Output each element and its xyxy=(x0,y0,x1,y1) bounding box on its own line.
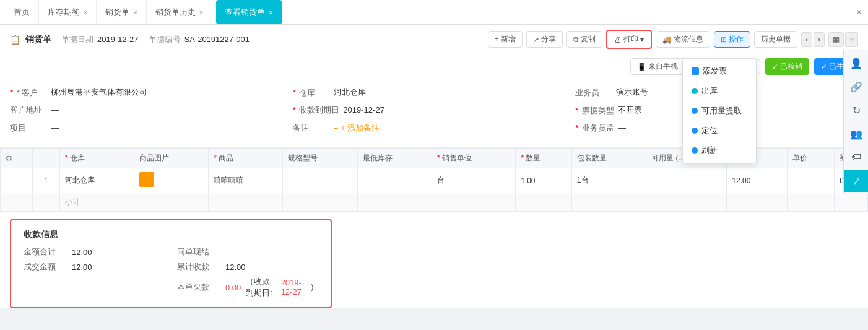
col-warehouse: * 仓库 xyxy=(59,149,134,168)
tab-inventory-open[interactable]: 库存期初 × xyxy=(39,0,97,24)
payment-date-value[interactable]: 2019-12-27 xyxy=(343,105,417,115)
cumulative-row: 累计收款 12.00 xyxy=(177,261,318,272)
cell-sales-unit: 台 xyxy=(432,168,516,193)
dropdown-warehouse-out[interactable]: 出库 xyxy=(683,81,756,101)
dropdown-refresh[interactable]: 刷新 xyxy=(683,141,756,160)
doc-date-meta: 单据日期 2019-12-27 xyxy=(61,34,139,45)
col-pack-qty: 包装数量 xyxy=(571,149,646,168)
date-value: 2019-12-27 xyxy=(97,35,139,44)
cell-quantity: 1.00 xyxy=(516,168,572,193)
payment-info-box: 收款信息 金额合计 12.00 同单现结 — 成交金额 12.00 累计收款 1… xyxy=(10,219,332,308)
cumulative-label: 累计收款 xyxy=(177,261,220,272)
cell-seq: 1 xyxy=(32,168,59,193)
col-sales-unit: * 销售单位 xyxy=(432,149,516,168)
print-icon: 🖨 xyxy=(614,35,622,44)
prev-button[interactable]: ‹ xyxy=(801,32,812,47)
cell-available xyxy=(646,168,727,193)
doc-title-area: 📋 销货单 xyxy=(10,34,51,45)
dropdown-locate[interactable]: 定位 xyxy=(683,121,756,141)
tab-sales-history[interactable]: 销货单历史 × xyxy=(147,0,212,24)
sidebar-link-icon[interactable]: 🔗 xyxy=(844,76,868,98)
refresh-icon xyxy=(692,147,698,154)
add-note-button[interactable]: + + 添加备注 xyxy=(334,123,380,134)
same-order-label: 同单现结 xyxy=(177,246,220,258)
project-value: — xyxy=(51,123,125,133)
sidebar-user-icon[interactable]: 👤 xyxy=(844,52,868,74)
number-value: SA-20191227-001 xyxy=(184,35,250,44)
tab-sales-order[interactable]: 销货单 × xyxy=(97,0,146,24)
print-button[interactable]: 🖨 打印 ▾ xyxy=(608,32,650,47)
logistics-button[interactable]: 🚚 物流信息 xyxy=(656,31,710,48)
cell-min-stock xyxy=(357,168,432,193)
copy-icon: ⧉ xyxy=(573,35,579,44)
close-tab-history[interactable]: × xyxy=(199,9,203,16)
project-field: 项目 — xyxy=(10,123,293,134)
new-button[interactable]: + 新增 xyxy=(488,31,523,48)
subtotal-label: 小计 xyxy=(59,193,134,212)
grid-view-button[interactable]: ▦ xyxy=(828,32,844,47)
close-window-button[interactable]: × xyxy=(856,7,862,18)
sidebar-person-icon[interactable]: 👥 xyxy=(844,123,868,145)
staff2-value: — xyxy=(618,123,692,133)
right-sidebar: 👤 🔗 ↻ 👥 🏷 ⤢ xyxy=(843,50,868,194)
col-product: * 商品 xyxy=(209,149,283,168)
nav-arrows: ‹ › xyxy=(801,32,825,47)
print-highlight-box: 🖨 打印 ▾ xyxy=(606,30,652,49)
balance-note-end: ） xyxy=(310,282,318,293)
tab-home[interactable]: 首页 xyxy=(5,0,39,24)
close-tab-sales[interactable]: × xyxy=(133,9,137,16)
cell-product-img xyxy=(134,168,208,193)
close-tab-view[interactable]: × xyxy=(269,9,272,16)
transaction-row: 成交金额 12.00 xyxy=(24,261,165,272)
warehouse-value[interactable]: 河北仓库 xyxy=(334,87,408,98)
subtotal-row: 小计 xyxy=(1,193,868,212)
close-tab-inventory[interactable]: × xyxy=(84,9,87,16)
balance-date: 2019-12-27 xyxy=(281,278,305,297)
balance-label: 本单欠款 xyxy=(177,282,220,293)
sidebar-expand-icon[interactable]: ⤢ xyxy=(844,170,868,192)
col-settings[interactable]: ⚙ xyxy=(1,149,33,168)
note-field: 备注 + + 添加备注 xyxy=(293,123,576,134)
share-button[interactable]: ↗ 分享 xyxy=(526,31,563,48)
sidebar-tag-icon[interactable]: 🏷 xyxy=(844,146,868,168)
payment-grid: 金额合计 12.00 同单现结 — 成交金额 12.00 累计收款 12.00 … xyxy=(24,246,318,298)
customer-value[interactable]: 柳州粤港平安气体有限公司 xyxy=(51,87,147,98)
operations-button[interactable]: ⊞ 操作 xyxy=(714,31,750,48)
table-row[interactable]: 1 河北仓库 嘻嘻嘻嘻 台 1.00 1台 12.00 0. xyxy=(1,168,868,193)
balance-note: （收款到期日: xyxy=(246,276,276,298)
plus-icon: + xyxy=(334,124,339,133)
cell-product: 嘻嘻嘻嘻 xyxy=(209,168,283,193)
same-order-row: 同单现结 — xyxy=(177,246,318,258)
share-icon: ↗ xyxy=(533,35,539,44)
history-button[interactable]: 历史单据 xyxy=(754,31,797,48)
cancel-badge[interactable]: ✓ 已核销 xyxy=(765,58,809,75)
ops-icon: ⊞ xyxy=(721,35,727,44)
locate-icon xyxy=(692,128,698,134)
staff-value: 演示账号 xyxy=(616,87,690,98)
col-min-stock: 最低库存 xyxy=(357,149,432,168)
cell-current-stock: 12.00 xyxy=(727,168,788,193)
dropdown-add-invoice[interactable]: 添发票 xyxy=(683,61,756,81)
truck-icon: 🚚 xyxy=(662,35,672,44)
copy-button[interactable]: ⧉ 复制 xyxy=(566,31,602,48)
same-order-value: — xyxy=(225,248,233,257)
dropdown-quantity-extract[interactable]: 可用量提取 xyxy=(683,101,756,121)
cell-unit-price xyxy=(788,168,835,193)
next-button[interactable]: › xyxy=(814,32,825,47)
balance-row: 本单欠款 0.00 （收款到期日: 2019-12-27 ） xyxy=(177,276,318,298)
balance-value: 0.00 xyxy=(225,283,241,292)
add-invoice-icon xyxy=(692,67,699,75)
phone-icon: 📱 xyxy=(637,63,646,71)
ticket-type-value[interactable]: 不开票 xyxy=(618,105,692,116)
customer-field: * * 客户 柳州粤港平安气体有限公司 xyxy=(10,87,293,98)
payment-title: 收款信息 xyxy=(24,229,318,240)
cumulative-value: 12.00 xyxy=(225,263,246,272)
doc-type-label: 销货单 xyxy=(25,34,51,45)
list-view-button[interactable]: ≡ xyxy=(845,32,858,47)
from-phone-button[interactable]: 📱 来自手机 xyxy=(630,58,685,75)
tab-view-sales[interactable]: 查看销货单 × xyxy=(216,0,282,24)
col-product-img: 商品图片 xyxy=(134,149,208,168)
col-seq xyxy=(32,149,59,168)
sidebar-rotate-icon[interactable]: ↻ xyxy=(844,99,868,121)
tab-bar: 首页 库存期初 × 销货单 × 销货单历史 × 查看销货单 × × xyxy=(0,0,868,25)
